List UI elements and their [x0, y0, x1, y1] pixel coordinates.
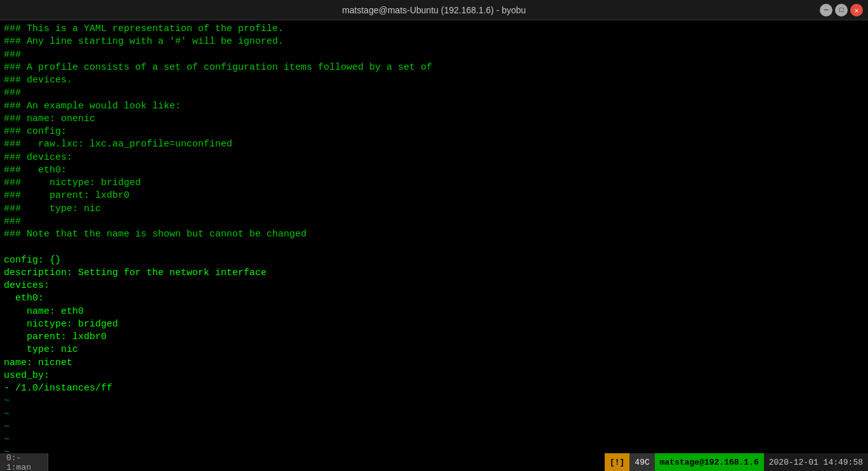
terminal-line-13: ### parent: lxdbr0	[4, 190, 864, 202]
terminal-line-19: description: Setting for the network int…	[4, 267, 864, 280]
terminal-line-24: parent: lxdbr0	[4, 331, 864, 344]
terminal-line-1: ### Any line starting with a '#' will be…	[4, 35, 864, 48]
statusbar-temp: 49C	[629, 453, 654, 471]
terminal-line-15: ###	[4, 216, 864, 228]
terminal-line-8: ### config:	[4, 126, 864, 138]
terminal-line-17	[4, 241, 864, 254]
minimize-button[interactable]: ─	[820, 4, 832, 16]
statusbar-tab-1[interactable]: 1:man	[0, 463, 48, 471]
statusbar-datetime: 2020-12-01 14:49:58	[764, 453, 868, 471]
statusbar-tabs: 0:-1:man2:sudo#3:lxc*4:bash-	[0, 453, 48, 471]
terminal-line-28: - /1.0/instances/ff	[4, 382, 864, 395]
statusbar-filler	[48, 453, 605, 471]
user-host-value: matstage@192.168.1.6	[660, 458, 759, 467]
terminal-line-25: type: nic	[4, 344, 864, 356]
terminal-line-5: ###	[4, 87, 864, 100]
terminal-line-4: ### devices.	[4, 74, 864, 87]
terminal-line-32: ~	[4, 434, 864, 446]
terminal: ### This is a YAML representation of the…	[0, 20, 868, 453]
terminal-line-12: ### nictype: bridged	[4, 177, 864, 190]
close-button[interactable]: ✕	[850, 4, 863, 16]
terminal-line-33: ~	[4, 446, 864, 453]
terminal-line-29: ~	[4, 395, 864, 408]
datetime-value: 2020-12-01 14:49:58	[769, 458, 863, 467]
temp-value: 49C	[635, 458, 649, 467]
titlebar: matstage@mats-Ubuntu (192.168.1.6) - byo…	[0, 0, 868, 20]
terminal-line-26: name: nicnet	[4, 357, 864, 370]
terminal-line-9: ### raw.lxc: lxc.aa_profile=unconfined	[4, 138, 864, 151]
alert-icon: [!]	[610, 458, 624, 467]
terminal-line-6: ### An example would look like:	[4, 100, 864, 113]
window-controls: ─ □ ✕	[820, 0, 863, 20]
statusbar-alert: [!]	[605, 453, 629, 471]
terminal-line-7: ### name: onenic	[4, 113, 864, 126]
terminal-lines: ### This is a YAML representation of the…	[4, 23, 864, 453]
terminal-line-22: name: eth0	[4, 306, 864, 318]
terminal-line-20: devices:	[4, 280, 864, 292]
terminal-line-0: ### This is a YAML representation of the…	[4, 23, 864, 35]
terminal-line-30: ~	[4, 408, 864, 421]
terminal-line-23: nictype: bridged	[4, 318, 864, 331]
terminal-line-14: ### type: nic	[4, 203, 864, 216]
titlebar-title: matstage@mats-Ubuntu (192.168.1.6) - byo…	[342, 5, 526, 15]
terminal-line-18: config: {}	[4, 254, 864, 267]
terminal-line-21: eth0:	[4, 292, 864, 305]
maximize-button[interactable]: □	[835, 4, 848, 16]
terminal-line-16: ### Note that the name is shown but cann…	[4, 228, 864, 241]
statusbar-tab-0[interactable]: 0:-	[0, 453, 48, 463]
terminal-line-27: used_by:	[4, 370, 864, 382]
terminal-line-11: ### eth0:	[4, 164, 864, 177]
statusbar-user: matstage@192.168.1.6	[655, 453, 764, 471]
terminal-line-31: ~	[4, 421, 864, 434]
terminal-line-10: ### devices:	[4, 152, 864, 164]
terminal-line-3: ### A profile consists of a set of confi…	[4, 61, 864, 74]
statusbar: 0:-1:man2:sudo#3:lxc*4:bash- [!] 49C mat…	[0, 453, 868, 471]
terminal-line-2: ###	[4, 49, 864, 61]
